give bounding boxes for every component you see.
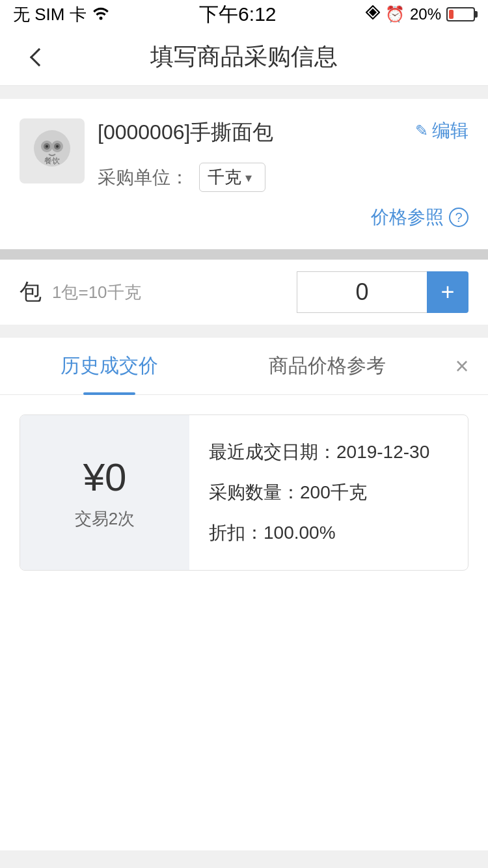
edit-button[interactable]: ✎ 编辑: [415, 118, 468, 143]
back-button[interactable]: [20, 38, 59, 77]
status-left: 无 SIM 卡: [13, 3, 110, 26]
last-trade-date: 最近成交日期：2019-12-30: [209, 439, 448, 466]
trade-count: 交易2次: [75, 508, 135, 530]
location-icon: [366, 5, 380, 23]
purchase-quantity: 采购数量：200千克: [209, 479, 448, 506]
price-value: 0: [105, 455, 126, 499]
unit-label: 采购单位：: [98, 165, 189, 190]
section-divider: [0, 249, 488, 260]
edit-label: 编辑: [432, 118, 468, 143]
tab-price-reference[interactable]: 商品价格参考: [218, 338, 436, 395]
battery-percent: 20%: [410, 5, 441, 23]
wifi-icon: [92, 5, 110, 25]
page-title: 填写商品采购信息: [150, 41, 338, 73]
unit-selector[interactable]: 千克 ▾: [199, 163, 265, 192]
price-detail-panel: 最近成交日期：2019-12-30 采购数量：200千克 折扣：100.00%: [189, 415, 468, 570]
product-thumbnail: 餐饮: [20, 118, 85, 183]
discount: 折扣：100.00%: [209, 519, 448, 547]
product-card: 餐饮 [0000006]手撕面包 采购单位： 千克 ▾ ✎ 编辑: [0, 99, 488, 249]
price-reference-button[interactable]: 价格参照 ?: [371, 205, 468, 230]
alarm-icon: ⏰: [385, 5, 405, 23]
unit-dropdown-arrow: ▾: [245, 170, 252, 185]
status-right: ⏰ 20%: [366, 5, 475, 23]
battery-icon: [446, 7, 475, 21]
unit-name: 包: [20, 277, 42, 307]
currency-symbol: ¥: [83, 455, 105, 499]
product-logo-icon: 餐饮: [29, 126, 75, 176]
unit-value: 千克: [208, 166, 241, 189]
quantity-control: 0 +: [297, 271, 468, 313]
tab-active-indicator: [83, 392, 135, 395]
product-name: [0000006]手撕面包: [98, 118, 415, 147]
price-card-section: ¥0 交易2次 最近成交日期：2019-12-30 采购数量：200千克 折扣：…: [0, 395, 488, 850]
quantity-row: 包 1包=10千克 0 +: [0, 260, 488, 325]
svg-point-0: [99, 16, 102, 20]
tabs-header: 历史成交价 商品价格参考 ×: [0, 338, 488, 395]
plus-icon: +: [441, 280, 454, 304]
help-icon: ?: [449, 208, 468, 227]
status-bar: 无 SIM 卡 下午6:12 ⏰ 20%: [0, 0, 488, 29]
svg-point-7: [56, 145, 59, 148]
svg-text:餐饮: 餐饮: [44, 156, 60, 165]
tabs-close-button[interactable]: ×: [436, 338, 488, 395]
close-icon: ×: [455, 355, 468, 378]
price-card: ¥0 交易2次 最近成交日期：2019-12-30 采购数量：200千克 折扣：…: [20, 414, 468, 571]
price-summary-panel: ¥0 交易2次: [20, 415, 189, 570]
price-amount: ¥0: [83, 455, 127, 500]
status-time: 下午6:12: [199, 1, 276, 28]
tab-price-reference-label: 商品价格参考: [269, 353, 386, 379]
page-header: 填写商品采购信息: [0, 29, 488, 86]
back-arrow-icon: [30, 47, 48, 66]
tab-history-price-label: 历史成交价: [61, 353, 158, 379]
tab-history-price[interactable]: 历史成交价: [0, 338, 218, 395]
sim-status: 无 SIM 卡: [13, 3, 87, 26]
svg-point-6: [46, 145, 48, 148]
price-ref-label: 价格参照: [371, 205, 444, 230]
quantity-plus-button[interactable]: +: [427, 271, 468, 313]
unit-conversion: 1包=10千克: [52, 281, 141, 304]
tabs-section: 历史成交价 商品价格参考 × ¥0 交易2次 最近成交日期：2019-12-30…: [0, 338, 488, 850]
product-info: [0000006]手撕面包 采购单位： 千克 ▾: [98, 118, 415, 192]
quantity-label: 包 1包=10千克: [20, 277, 141, 307]
edit-icon: ✎: [415, 122, 428, 140]
quantity-input[interactable]: 0: [297, 271, 427, 313]
